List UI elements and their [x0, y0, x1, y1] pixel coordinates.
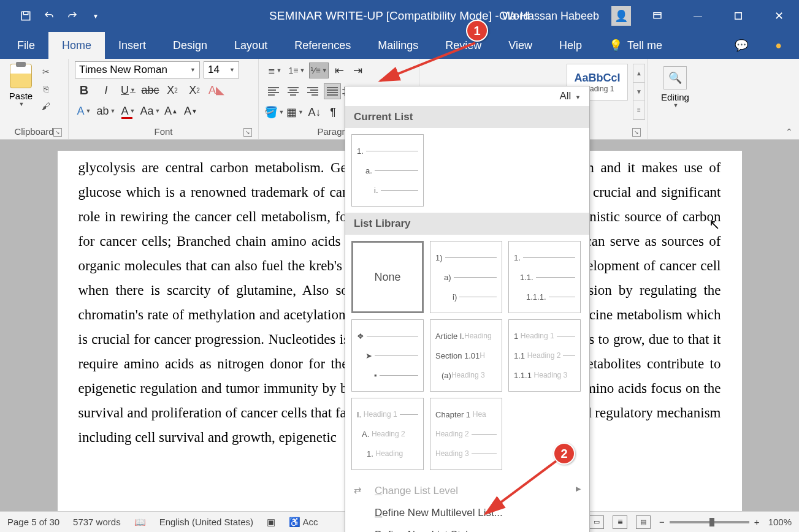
comments-icon[interactable]: 💬	[721, 32, 762, 59]
italic-button[interactable]: I	[97, 81, 115, 99]
status-zoom[interactable]: 100%	[768, 517, 792, 527]
tab-view[interactable]: View	[495, 32, 546, 59]
highlight-icon[interactable]: ab▼	[97, 102, 115, 120]
filter-all[interactable]: All ▼	[345, 86, 589, 106]
macro-icon[interactable]: ▣	[267, 517, 275, 528]
svg-rect-2	[654, 13, 661, 18]
save-icon[interactable]	[17, 7, 34, 25]
view-focus-icon[interactable]: ▭	[589, 515, 604, 529]
text-effects-icon[interactable]: A▼	[75, 102, 93, 120]
strike-button[interactable]: abc	[141, 81, 159, 99]
shading-icon[interactable]: 🪣▼	[265, 103, 283, 121]
close-button[interactable]: ✕	[765, 6, 793, 26]
user-avatar[interactable]: 👤	[611, 6, 631, 26]
tab-mailings[interactable]: Mailings	[364, 32, 432, 59]
list-roman[interactable]: I. Heading 1 A. Heading 2 1. Heading	[351, 398, 424, 470]
spellcheck-icon[interactable]: 📖	[134, 517, 146, 528]
collapse-ribbon-icon[interactable]: ⌃	[786, 127, 793, 137]
list-dotted[interactable]: 1. 1.1. 1.1.1.	[508, 241, 581, 313]
styles-nav[interactable]: ▲▼≡	[633, 64, 645, 120]
font-color-icon[interactable]: A▼	[119, 102, 137, 120]
styles-launcher[interactable]: ↘	[632, 128, 641, 137]
borders-icon[interactable]: ▦▼	[286, 103, 304, 121]
grow-font-icon[interactable]: A▲	[163, 102, 179, 120]
svg-rect-0	[21, 12, 30, 20]
zoom-out-icon[interactable]: −	[659, 517, 665, 527]
font-launcher[interactable]: ↘	[243, 128, 252, 137]
tab-help[interactable]: Help	[546, 32, 595, 59]
clear-format-icon[interactable]: A◣	[207, 81, 226, 99]
menu-define-list-style[interactable]: Define New List Style...	[345, 524, 589, 532]
search-icon: 🔍	[663, 66, 687, 89]
list-numhead[interactable]: 1 Heading 1 1.1 Heading 2 1.1.1 Heading …	[508, 319, 581, 392]
styles-down-icon[interactable]: ▼	[633, 83, 644, 101]
underline-button[interactable]: U▼	[119, 81, 137, 99]
editing-button[interactable]: 🔍 Editing ▼	[654, 61, 697, 113]
multilevel-list-button[interactable]: ⅟≡▼	[309, 63, 329, 78]
maximize-button[interactable]	[724, 6, 752, 26]
zoom-in-icon[interactable]: +	[754, 517, 760, 527]
current-list-preview[interactable]: 1. a. i.	[351, 134, 424, 207]
tab-design[interactable]: Design	[159, 32, 221, 59]
tell-me[interactable]: 💡Tell me	[595, 32, 676, 59]
tab-references[interactable]: References	[281, 32, 364, 59]
minimize-button[interactable]: —	[684, 6, 712, 26]
decrease-indent-icon[interactable]: ⇤	[331, 61, 347, 80]
list-article[interactable]: Article I.Heading Section 1.01H (a)Headi…	[430, 319, 502, 392]
status-language[interactable]: English (United States)	[159, 517, 253, 527]
ribbon-tabs: File Home Insert Design Layout Reference…	[0, 32, 799, 59]
font-size-combo[interactable]: 14▼	[204, 61, 239, 78]
qat-dropdown-icon[interactable]: ▼	[87, 7, 104, 25]
section-current-list: Current List	[345, 106, 589, 128]
svg-rect-1	[23, 12, 28, 15]
group-font: Times New Roman▼ 14▼ B I U▼ abc X2 X2 A◣…	[69, 59, 259, 139]
list-chapter[interactable]: Chapter 1 Hea Heading 2 Heading 3	[430, 398, 502, 470]
align-left-icon[interactable]	[265, 83, 282, 99]
view-web-icon[interactable]: ▤	[636, 515, 651, 529]
tab-file[interactable]: File	[4, 32, 48, 59]
list-paren[interactable]: 1) a) i)	[430, 241, 502, 313]
tab-home[interactable]: Home	[48, 32, 105, 59]
paste-button[interactable]: Paste ▼	[6, 61, 36, 107]
format-painter-icon[interactable]: 🖌	[39, 99, 53, 113]
list-none[interactable]: None	[351, 241, 424, 313]
status-words[interactable]: 5737 words	[73, 517, 121, 527]
accessibility-icon[interactable]: ♿ Acc	[289, 517, 318, 528]
copy-icon[interactable]: ⎘	[39, 82, 53, 96]
list-bullets[interactable]: ❖ ➤ ▪	[351, 319, 424, 392]
redo-icon[interactable]	[64, 7, 81, 25]
shrink-font-icon[interactable]: A▼	[183, 102, 199, 120]
tab-insert[interactable]: Insert	[105, 32, 159, 59]
cut-icon[interactable]: ✂	[39, 65, 53, 78]
window-title: SEMINAR WRITE-UP [Compatibility Mode] - …	[269, 9, 530, 23]
clipboard-launcher[interactable]: ↘	[53, 128, 62, 137]
bullets-icon[interactable]: ≣▼	[265, 63, 285, 78]
styles-up-icon[interactable]: ▲	[633, 64, 644, 83]
tab-layout[interactable]: Layout	[221, 32, 281, 59]
change-case-icon[interactable]: Aa▼	[141, 102, 159, 120]
align-center-icon[interactable]	[285, 83, 302, 99]
bold-button[interactable]: B	[75, 81, 93, 99]
align-justify-icon[interactable]	[324, 83, 341, 99]
ribbon-display-icon[interactable]	[643, 6, 671, 26]
superscript-button[interactable]: X2	[185, 81, 204, 99]
align-right-icon[interactable]	[304, 83, 321, 99]
styles-more-icon[interactable]: ≡	[633, 101, 644, 120]
status-page[interactable]: Page 5 of 30	[7, 517, 59, 527]
paste-icon	[10, 64, 32, 88]
undo-icon[interactable]	[40, 7, 58, 25]
numbering-icon[interactable]: 1≡▼	[287, 63, 307, 78]
clipboard-label: Clipboard	[14, 126, 53, 137]
increase-indent-icon[interactable]: ⇥	[350, 61, 365, 80]
zoom-slider[interactable]: − +	[659, 517, 760, 527]
show-marks-icon[interactable]: ¶	[325, 103, 341, 121]
view-print-icon[interactable]: ≣	[613, 515, 627, 529]
group-clipboard: Paste ▼ ✂ ⎘ 🖌 Clipboard↘	[0, 59, 69, 139]
sort-icon[interactable]: A↓	[307, 103, 323, 121]
multilevel-list-dropdown: All ▼ Current List 1. a. i. List Library…	[345, 86, 590, 532]
mouse-cursor-icon: ↖	[709, 217, 720, 233]
menu-define-multilevel[interactable]: Define New Multilevel List...	[345, 502, 589, 524]
font-name-combo[interactable]: Times New Roman▼	[75, 61, 200, 78]
chevron-right-icon: ▶	[576, 485, 581, 493]
subscript-button[interactable]: X2	[163, 81, 182, 99]
